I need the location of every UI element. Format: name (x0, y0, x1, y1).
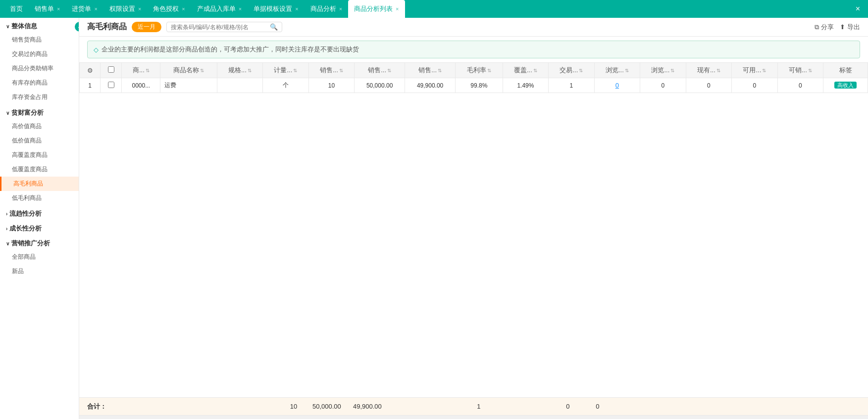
col-header-11[interactable]: 交易...⇅ (549, 63, 594, 78)
sidebar-item-商品分类助销率[interactable]: 商品分类助销率 (0, 61, 79, 76)
search-input[interactable] (171, 24, 270, 31)
filter-recent-month-button[interactable]: 近一月 (132, 22, 161, 32)
sort-icon[interactable]: ⇅ (487, 68, 491, 73)
close-tab-icon[interactable]: × (295, 6, 298, 12)
page-title: 高毛利商品 (87, 22, 127, 32)
col-header-5[interactable]: 计量...⇅ (263, 63, 308, 78)
total-label: 合计： (87, 402, 106, 411)
sort-icon[interactable]: ⇅ (293, 68, 297, 73)
export-button[interactable]: ⬆ 导出 (840, 23, 860, 32)
row-sales1: 10 (308, 78, 354, 93)
nav-item-角色授权[interactable]: 角色授权× (147, 0, 191, 18)
sort-icon[interactable]: ⇅ (579, 68, 583, 73)
col-header-4[interactable]: 规格...⇅ (217, 63, 262, 78)
sidebar-group-1[interactable]: ∨贫财富分析 (0, 104, 79, 119)
top-navigation: 首页销售单×进货单×权限设置×角色授权×产成品入库单×单据模板设置×商品分析×商… (0, 0, 868, 18)
nav-item-权限设置[interactable]: 权限设置× (103, 0, 147, 18)
close-tab-icon[interactable]: × (138, 6, 141, 12)
col-header-14[interactable]: 现有...⇅ (686, 63, 731, 78)
nav-item-商品分析列表[interactable]: 商品分析列表× (348, 0, 405, 18)
row-available: 0 (732, 78, 777, 93)
sidebar-item-销售货商品[interactable]: 销售货商品 (0, 33, 79, 47)
col-header-13[interactable]: 浏览...⇅ (640, 63, 686, 78)
footer-cell-8 (390, 403, 434, 410)
content-header: 高毛利商品 近一月 🔍 ⧉ 分享 ⬆ 导出 (79, 18, 868, 37)
sidebar-item-全部商品[interactable]: 全部商品 (0, 250, 79, 264)
sort-icon[interactable]: ⇅ (200, 68, 204, 73)
row-browse2: 0 (640, 78, 686, 93)
nav-item-单据模板设置[interactable]: 单据模板设置× (248, 0, 304, 18)
row-unit: 个 (263, 78, 308, 93)
tag-badge: 高收入 (834, 82, 857, 89)
close-tab-icon[interactable]: × (57, 6, 60, 12)
col-header-9[interactable]: 毛利率⇅ (456, 63, 503, 78)
col-header-15[interactable]: 可用...⇅ (732, 63, 777, 78)
sidebar-item-低价值商品[interactable]: 低价值商品 (0, 134, 79, 148)
group-arrow-icon: ∨ (6, 110, 9, 116)
col-header-8[interactable]: 销售...⇅ (405, 63, 456, 78)
sort-icon[interactable]: ⇅ (762, 68, 766, 73)
nav-item-销售单[interactable]: 销售单× (29, 0, 66, 18)
sort-icon[interactable]: ⇅ (716, 68, 720, 73)
footer-cell-7: 49,900.00 (345, 403, 390, 410)
nav-item-产成品入库单[interactable]: 产成品入库单× (191, 0, 248, 18)
data-table: ⚙商...⇅商品名称⇅规格...⇅计量...⇅销售...⇅销售...⇅销售...… (79, 62, 868, 93)
col-header-3[interactable]: 商品名称⇅ (160, 63, 217, 78)
browse-link[interactable]: 0 (615, 82, 619, 89)
col-header-7[interactable]: 销售...⇅ (355, 63, 405, 78)
nav-item-商品分析[interactable]: 商品分析× (305, 0, 348, 18)
col-header-12[interactable]: 浏览...⇅ (594, 63, 640, 78)
footer-cell-1 (130, 403, 145, 410)
horizontal-scrollbar[interactable] (79, 415, 868, 419)
nav-item-进货单[interactable]: 进货单× (66, 0, 103, 18)
close-tab-icon[interactable]: × (182, 6, 185, 12)
sidebar-item-有库存的商品[interactable]: 有库存的商品 (0, 76, 79, 90)
col-header-2[interactable]: 商...⇅ (122, 63, 160, 78)
sidebar-item-低覆盖度商品[interactable]: 低覆盖度商品 (0, 162, 79, 177)
close-tab-icon[interactable]: × (94, 6, 97, 12)
close-all-tabs-button[interactable]: × (852, 4, 864, 13)
sort-icon[interactable]: ⇅ (625, 68, 629, 73)
row-current: 0 (686, 78, 731, 93)
sidebar-item-低毛利商品[interactable]: 低毛利商品 (0, 191, 79, 205)
row-checkbox (101, 78, 122, 93)
group-label: 流趋性分析 (9, 209, 42, 218)
sort-icon[interactable]: ⇅ (146, 68, 150, 73)
group-label: 成长性分析 (9, 224, 42, 233)
row-transactions: 1 (549, 78, 594, 93)
share-button[interactable]: ⧉ 分享 (815, 23, 834, 32)
search-icon[interactable]: 🔍 (270, 23, 278, 31)
sidebar-group-2[interactable]: ›流趋性分析 (0, 205, 79, 220)
sidebar-item-交易过的商品[interactable]: 交易过的商品 (0, 47, 79, 61)
sort-icon[interactable]: ⇅ (808, 68, 812, 73)
sidebar-item-高毛利商品[interactable]: 高毛利商品 (0, 177, 79, 191)
sidebar-item-高价值商品[interactable]: 高价值商品 (0, 119, 79, 134)
close-tab-icon[interactable]: × (239, 6, 242, 12)
footer-cell-10: 1 (464, 403, 494, 410)
sort-icon[interactable]: ⇅ (339, 68, 343, 73)
sidebar-group-0[interactable]: ∨整体信息 (0, 18, 79, 33)
col-header-10[interactable]: 覆盖...⇅ (503, 63, 548, 78)
sort-icon[interactable]: ⇅ (387, 68, 391, 73)
col-header-16[interactable]: 可销...⇅ (777, 63, 823, 78)
row-tag[interactable]: 高收入 (823, 78, 868, 93)
footer-cell-9 (434, 403, 464, 410)
footer-cells: 1050,000.0049,900.00100 (110, 403, 860, 410)
close-tab-icon[interactable]: × (396, 6, 399, 12)
nav-item-首页[interactable]: 首页 (4, 0, 29, 18)
sidebar-group-4[interactable]: ∨营销推广分析 (0, 235, 79, 250)
sidebar-group-3[interactable]: ›成长性分析 (0, 220, 79, 235)
sort-icon[interactable]: ⇅ (533, 68, 537, 73)
footer-cell-15 (613, 403, 642, 410)
sidebar-item-库存资金占用[interactable]: 库存资金占用 (0, 90, 79, 104)
sort-icon[interactable]: ⇅ (438, 68, 442, 73)
row-checkbox-input[interactable] (108, 82, 114, 88)
sort-icon[interactable]: ⇅ (248, 68, 252, 73)
select-all-checkbox[interactable] (108, 66, 114, 73)
row-browse1[interactable]: 0 (594, 78, 640, 93)
sort-icon[interactable]: ⇅ (670, 68, 674, 73)
col-header-6[interactable]: 销售...⇅ (308, 63, 354, 78)
sidebar-item-新品[interactable]: 新品 (0, 264, 79, 279)
close-tab-icon[interactable]: × (339, 6, 342, 12)
sidebar-item-高覆盖度商品[interactable]: 高覆盖度商品 (0, 148, 79, 162)
